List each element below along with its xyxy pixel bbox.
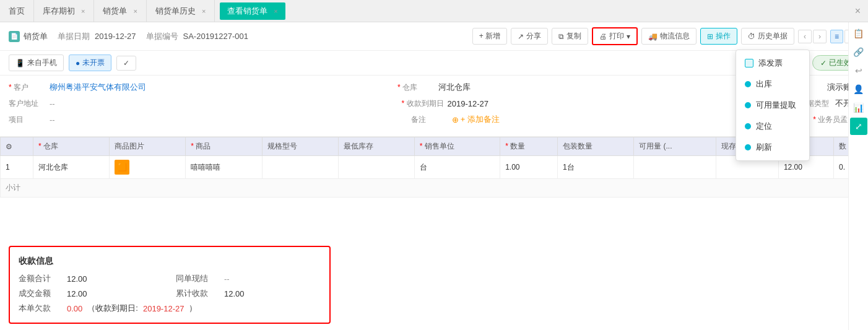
confirm-icon-btn[interactable]: ✓: [116, 56, 136, 71]
transaction-row: 成交金额 12.00: [19, 288, 163, 299]
logistics-button[interactable]: 🚚 物流信息: [641, 28, 697, 45]
row-pack: 1台: [558, 156, 634, 179]
add-note-label: + 添加备注: [461, 114, 500, 125]
operation-icon: ⊞: [707, 32, 713, 41]
col-settings[interactable]: ⚙: [1, 137, 33, 156]
from-phone-label: 来自手机: [27, 58, 57, 68]
dropdown-item-locate[interactable]: 定位: [736, 116, 809, 137]
summary-grid: 金额合计 12.00 同单现结 -- 成交金额 12.00 累计收款 12.00: [19, 273, 321, 314]
row-unit: 台: [414, 156, 500, 179]
row-image: 🟧: [110, 156, 186, 179]
tab-sales-close[interactable]: ×: [133, 7, 137, 15]
dropdown-item-invoice[interactable]: 添发票: [736, 53, 809, 74]
effective-icon: ✓: [820, 59, 827, 67]
row-min-stock: [338, 156, 414, 179]
tab-inventory-close[interactable]: ×: [81, 7, 85, 15]
col-quantity: * 数量: [500, 137, 558, 156]
next-arrow[interactable]: ›: [813, 30, 827, 43]
customer-field: 客户 柳州粤港平安气体有限公司: [9, 82, 397, 93]
due-inner-row: 本单欠款 0.00 （收款到期日: 2019-12-27 ）: [19, 303, 321, 314]
tab-home[interactable]: 首页: [0, 0, 34, 22]
logistics-icon: 🚚: [648, 32, 658, 41]
print-icon: 🖨: [599, 32, 607, 41]
list-view-btn[interactable]: ≡: [830, 30, 843, 43]
number-value: SA-20191227-001: [183, 32, 249, 41]
from-phone-btn[interactable]: 📱 来自手机: [9, 54, 64, 71]
customer-label: 客户: [9, 82, 46, 93]
refresh-dot-icon: [745, 144, 751, 150]
copy-button[interactable]: ⧉ 复制: [552, 28, 588, 45]
due-note: （收款到期日:: [87, 303, 138, 314]
subtotal-label: 小计: [1, 179, 868, 198]
product-image: 🟧: [115, 160, 129, 175]
tab-sales-history-label: 销货单历史: [155, 6, 196, 17]
dropdown-item-outbound[interactable]: 出库: [736, 74, 809, 95]
sidebar-icon-user[interactable]: 👤: [850, 80, 867, 98]
tab-bar-end: ×: [855, 6, 868, 17]
main-content: 📄 销货单 单据日期 2019-12-27 单据编号 SA-20191227-0…: [0, 22, 868, 330]
sidebar-icon-expand[interactable]: ⤢: [850, 118, 867, 135]
dropdown-item-available[interactable]: 可用量提取: [736, 95, 809, 116]
global-close-icon[interactable]: ×: [855, 6, 861, 16]
due-date-label: 收款到期日: [402, 98, 444, 109]
new-button[interactable]: + 新增: [472, 28, 507, 45]
due-note-end: ）: [189, 303, 197, 314]
add-note-icon: ⊕: [452, 115, 459, 124]
print-dropdown-arrow: ▾: [627, 32, 630, 41]
tab-sales-history[interactable]: 销货单历史 ×: [147, 0, 215, 22]
copy-icon: ⧉: [558, 32, 564, 41]
outbound-dot-icon: [745, 81, 751, 87]
operation-button[interactable]: ⊞ 操作: [700, 28, 737, 45]
history-button[interactable]: ⏱ 历史单据: [741, 28, 794, 45]
col-image: 商品图片: [110, 137, 186, 156]
toolbar-right: + 新增 ↗ 分享 ⧉ 复制 🖨 打印 ▾ 🚚 物流信息: [472, 27, 859, 45]
warehouse-value: 河北仓库: [438, 82, 471, 93]
tab-inventory[interactable]: 库存期初 ×: [34, 0, 94, 22]
tab-sales[interactable]: 销货单 ×: [94, 0, 146, 22]
invoice-icon: [745, 59, 753, 67]
summary-panel: 收款信息 金额合计 12.00 同单现结 -- 成交金额 12.00 累计收款 …: [9, 246, 331, 324]
tab-view-sales[interactable]: 查看销货单 ×: [220, 2, 285, 20]
address-label: 客户地址: [9, 98, 46, 109]
salesperson2-label: 业务员孟: [813, 115, 850, 125]
tab-inventory-label: 库存期初: [43, 6, 75, 17]
customer-value[interactable]: 柳州粤港平安气体有限公司: [50, 82, 146, 93]
warehouse-field: 仓库 河北仓库: [397, 82, 786, 93]
sidebar-icon-clipboard[interactable]: 📋: [850, 25, 867, 42]
history-label: 历史单据: [758, 31, 788, 41]
total-row: 金额合计 12.00: [19, 273, 163, 284]
total-value: 12.00: [67, 274, 87, 284]
col-min-stock: 最低库存: [338, 137, 414, 156]
subtotal-row: 小计: [1, 179, 868, 198]
tab-view-sales-close[interactable]: ×: [274, 7, 277, 15]
not-open-icon: ●: [76, 59, 80, 67]
row-available: [634, 156, 716, 179]
sidebar-icon-return[interactable]: ↩: [850, 62, 867, 79]
dropdown-available-label: 可用量提取: [756, 100, 796, 111]
row-spec: [262, 156, 338, 179]
form-row-1: 客户 柳州粤港平安气体有限公司 仓库 河北仓库 业务员 演示账号: [9, 82, 859, 93]
dropdown-outbound-label: 出库: [756, 79, 772, 90]
prev-arrow[interactable]: ‹: [798, 30, 812, 43]
dropdown-item-refresh[interactable]: 刷新: [736, 137, 809, 158]
print-button[interactable]: 🖨 打印 ▾: [592, 27, 638, 45]
sidebar-icon-link[interactable]: 🔗: [850, 43, 867, 61]
cumulative-row: 累计收款 12.00: [176, 288, 321, 299]
note-label: 备注: [411, 115, 448, 125]
cumulative-label: 累计收款: [176, 288, 219, 299]
print-label: 打印: [609, 31, 624, 41]
due-date: 2019-12-27: [143, 304, 184, 313]
share-button[interactable]: ↗ 分享: [511, 28, 548, 45]
add-note-btn[interactable]: ⊕ + 添加备注: [452, 114, 500, 125]
not-open-btn[interactable]: ● 未开票: [69, 54, 111, 71]
from-phone-icon: 📱: [15, 59, 25, 67]
transaction-value: 12.00: [67, 289, 87, 298]
date-value: 2019-12-27: [95, 32, 136, 41]
doc-meta-date: 单据日期 2019-12-27: [58, 31, 136, 42]
tab-sales-history-close[interactable]: ×: [202, 7, 206, 15]
sidebar-icon-chart[interactable]: 📊: [850, 99, 867, 116]
cumulative-value: 12.00: [224, 289, 245, 298]
due-label: 本单欠款: [19, 303, 62, 314]
row-warehouse: 河北仓库: [33, 156, 110, 179]
dropdown-locate-label: 定位: [756, 121, 772, 132]
